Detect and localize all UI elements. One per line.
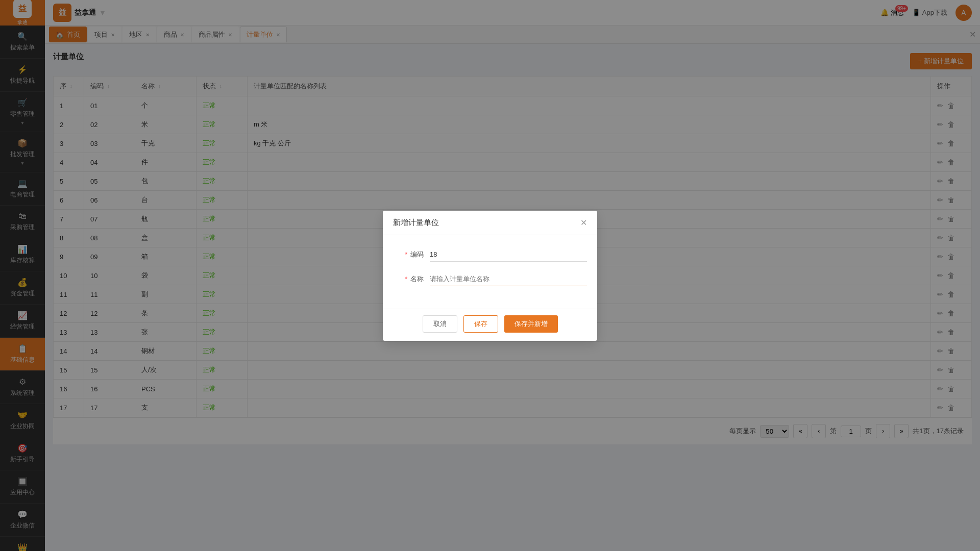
name-label: * 名称 bbox=[393, 274, 424, 284]
modal-footer: 取消 保存 保存并新增 bbox=[383, 309, 597, 341]
add-unit-modal: 新增计量单位 ✕ * 编码 * 名称 取消 保存 保存并新增 bbox=[383, 211, 597, 341]
save-and-new-button[interactable]: 保存并新增 bbox=[504, 315, 558, 333]
code-field-row: * 编码 bbox=[393, 247, 587, 262]
code-label: * 编码 bbox=[393, 250, 424, 259]
modal-close-button[interactable]: ✕ bbox=[580, 218, 587, 228]
name-field-row: * 名称 bbox=[393, 272, 587, 286]
code-input[interactable] bbox=[430, 247, 587, 262]
cancel-button[interactable]: 取消 bbox=[423, 315, 457, 333]
modal-header: 新增计量单位 ✕ bbox=[383, 211, 597, 235]
modal-overlay[interactable]: 新增计量单位 ✕ * 编码 * 名称 取消 保存 保存并新增 bbox=[0, 0, 980, 551]
save-button[interactable]: 保存 bbox=[463, 315, 498, 333]
modal-title: 新增计量单位 bbox=[393, 218, 439, 228]
name-input[interactable] bbox=[430, 272, 587, 286]
modal-body: * 编码 * 名称 bbox=[383, 235, 597, 309]
